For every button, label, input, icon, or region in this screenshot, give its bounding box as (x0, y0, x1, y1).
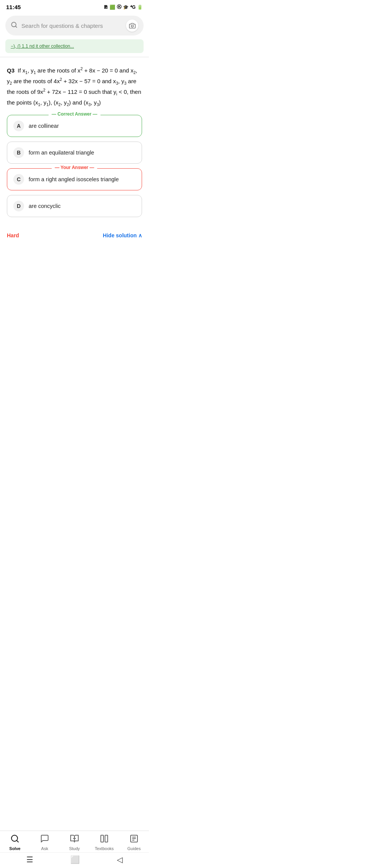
camera-button[interactable] (126, 19, 138, 32)
option-d-card[interactable]: D are concyclic (7, 195, 142, 217)
divider (0, 57, 149, 57)
status-icons: 🖹 🟩 Ⓚ 🎓 ⁴G 🔋 (103, 4, 143, 10)
search-icon (11, 21, 18, 30)
notification-icon: 🖹 (103, 5, 108, 10)
hide-solution-button[interactable]: Hide solution ∧ (103, 232, 142, 238)
status-time: 11:45 (6, 4, 21, 10)
question-text: Q3 If x1, y1 are the roots of x2 + 8x − … (7, 66, 142, 108)
question-meta: Hard Hide solution ∧ (0, 229, 149, 245)
option-c-bullet: C (13, 174, 24, 185)
search-bar[interactable]: Search for questions & chapters (5, 16, 144, 35)
question-number: Q3 (7, 67, 15, 74)
option-b-text: form an equilateral triangle (29, 149, 94, 156)
difficulty-tag: Hard (7, 232, 19, 238)
svg-point-2 (131, 25, 133, 27)
option-a-bullet: A (13, 121, 24, 131)
svg-line-1 (15, 26, 16, 27)
question-container: Q3 If x1, y1 are the roots of x2 + 8x − … (0, 60, 149, 229)
search-placeholder: Search for questions & chapters (21, 23, 122, 29)
status-bar: 11:45 🖹 🟩 Ⓚ 🎓 ⁴G 🔋 (0, 0, 149, 13)
option-b-card[interactable]: B form an equilateral triangle (7, 142, 142, 164)
headphone-icon: 🎓 (123, 5, 129, 10)
your-answer-badge: — Your Answer — (52, 165, 97, 170)
option-a-card[interactable]: — Correct Answer — A are collinear (7, 115, 142, 137)
correct-answer-badge: — Correct Answer — (48, 111, 100, 117)
option-c-card[interactable]: — Your Answer — C form a right angled is… (7, 168, 142, 190)
collection-banner: −), (} 1.1 nd it other collection... (5, 39, 144, 53)
screen-record-icon: 🟩 (110, 5, 115, 10)
battery-icon: 🔋 (137, 5, 143, 10)
option-d-bullet: D (13, 201, 24, 211)
option-a-text: are collinear (29, 122, 59, 130)
option-d-text: are concyclic (29, 202, 61, 210)
banner-text: −), (} 1.1 nd it other collection... (11, 43, 74, 49)
options-container: — Correct Answer — A are collinear B for… (7, 115, 142, 217)
kaios-icon: Ⓚ (117, 4, 121, 10)
option-b-bullet: B (13, 147, 24, 158)
hide-solution-label: Hide solution (103, 232, 137, 238)
option-c-text: form a right angled isosceles triangle (29, 176, 119, 183)
signal-icon: ⁴G (130, 5, 136, 10)
chevron-up-icon: ∧ (138, 232, 142, 238)
